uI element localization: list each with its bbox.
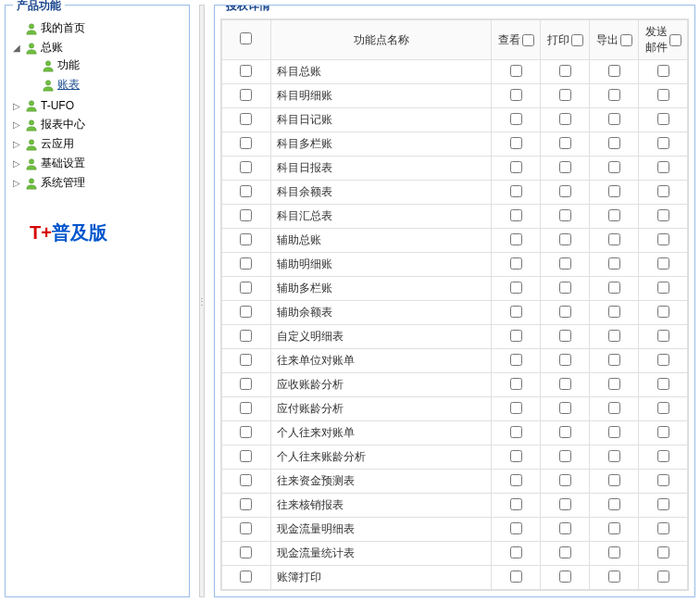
email-checkbox[interactable] [657,450,669,462]
view-checkbox[interactable] [510,522,522,534]
tree-node[interactable]: ▷云应用 [11,136,183,152]
row-select-checkbox[interactable] [240,257,252,270]
tree-node[interactable]: ▷基础设置 [11,156,183,171]
export-checkbox[interactable] [608,378,620,390]
print-checkbox[interactable] [559,450,571,462]
row-select-checkbox[interactable] [240,378,252,390]
print-checkbox[interactable] [559,522,571,534]
expand-icon[interactable]: ▷ [11,119,22,131]
export-checkbox[interactable] [608,522,620,534]
export-checkbox[interactable] [608,233,620,245]
view-all-checkbox[interactable] [522,34,534,46]
export-checkbox[interactable] [608,257,620,270]
print-all-checkbox[interactable] [571,34,583,46]
email-checkbox[interactable] [657,354,669,366]
print-checkbox[interactable] [559,571,571,583]
email-checkbox[interactable] [657,137,669,149]
row-select-checkbox[interactable] [240,65,252,77]
export-checkbox[interactable] [608,330,620,342]
email-checkbox[interactable] [657,402,669,414]
tree-node[interactable]: ◢总账 [11,40,183,56]
row-select-checkbox[interactable] [240,450,252,462]
email-checkbox[interactable] [657,282,669,294]
view-checkbox[interactable] [510,113,522,125]
view-checkbox[interactable] [510,89,522,101]
expand-icon[interactable]: ▷ [11,139,22,150]
email-all-checkbox[interactable] [669,34,681,46]
print-checkbox[interactable] [559,161,571,173]
email-checkbox[interactable] [657,257,669,270]
print-checkbox[interactable] [559,257,571,270]
row-select-checkbox[interactable] [240,185,252,197]
export-checkbox[interactable] [608,354,620,366]
email-checkbox[interactable] [657,426,669,438]
row-select-checkbox[interactable] [240,402,252,414]
print-checkbox[interactable] [559,426,571,438]
view-checkbox[interactable] [510,257,522,270]
print-checkbox[interactable] [559,137,571,149]
row-select-checkbox[interactable] [240,306,252,318]
select-all-checkbox[interactable] [240,32,252,44]
collapse-icon[interactable]: ◢ [11,43,22,54]
expand-icon[interactable]: ▷ [11,178,22,189]
email-checkbox[interactable] [657,65,669,77]
view-checkbox[interactable] [510,571,522,583]
print-checkbox[interactable] [559,474,571,486]
export-checkbox[interactable] [608,161,620,173]
print-checkbox[interactable] [559,209,571,221]
expand-icon[interactable]: ▷ [11,158,22,169]
view-checkbox[interactable] [510,498,522,510]
print-checkbox[interactable] [559,65,571,77]
export-all-checkbox[interactable] [620,34,632,46]
print-checkbox[interactable] [559,113,571,125]
tree-node[interactable]: 我的首页 [11,20,183,36]
email-checkbox[interactable] [657,89,669,101]
row-select-checkbox[interactable] [240,233,252,245]
row-select-checkbox[interactable] [240,161,252,173]
export-checkbox[interactable] [608,185,620,197]
export-checkbox[interactable] [608,546,620,558]
view-checkbox[interactable] [510,209,522,221]
view-checkbox[interactable] [510,137,522,149]
print-checkbox[interactable] [559,233,571,245]
view-checkbox[interactable] [510,161,522,173]
print-checkbox[interactable] [559,185,571,197]
export-checkbox[interactable] [608,282,620,294]
export-checkbox[interactable] [608,209,620,221]
row-select-checkbox[interactable] [240,89,252,101]
print-checkbox[interactable] [559,306,571,318]
view-checkbox[interactable] [510,474,522,486]
print-checkbox[interactable] [559,378,571,390]
email-checkbox[interactable] [657,233,669,245]
export-checkbox[interactable] [608,137,620,149]
print-checkbox[interactable] [559,354,571,366]
row-select-checkbox[interactable] [240,137,252,149]
view-checkbox[interactable] [510,65,522,77]
email-checkbox[interactable] [657,498,669,510]
row-select-checkbox[interactable] [240,426,252,438]
view-checkbox[interactable] [510,233,522,245]
expand-icon[interactable]: ▷ [11,100,22,111]
email-checkbox[interactable] [657,113,669,125]
row-select-checkbox[interactable] [240,113,252,125]
tree-node[interactable]: ▷T-UFO [11,98,183,113]
view-checkbox[interactable] [510,354,522,366]
row-select-checkbox[interactable] [240,474,252,486]
export-checkbox[interactable] [608,426,620,438]
row-select-checkbox[interactable] [240,282,252,294]
print-checkbox[interactable] [559,546,571,558]
export-checkbox[interactable] [608,89,620,101]
email-checkbox[interactable] [657,330,669,342]
view-checkbox[interactable] [510,185,522,197]
export-checkbox[interactable] [608,65,620,77]
row-select-checkbox[interactable] [240,498,252,510]
tree-node[interactable]: 功能 [28,57,183,73]
export-checkbox[interactable] [608,113,620,125]
tree-node[interactable]: 账表 [28,77,183,93]
row-select-checkbox[interactable] [240,522,252,534]
row-select-checkbox[interactable] [240,546,252,558]
print-checkbox[interactable] [559,330,571,342]
view-checkbox[interactable] [510,426,522,438]
email-checkbox[interactable] [657,161,669,173]
view-checkbox[interactable] [510,282,522,294]
